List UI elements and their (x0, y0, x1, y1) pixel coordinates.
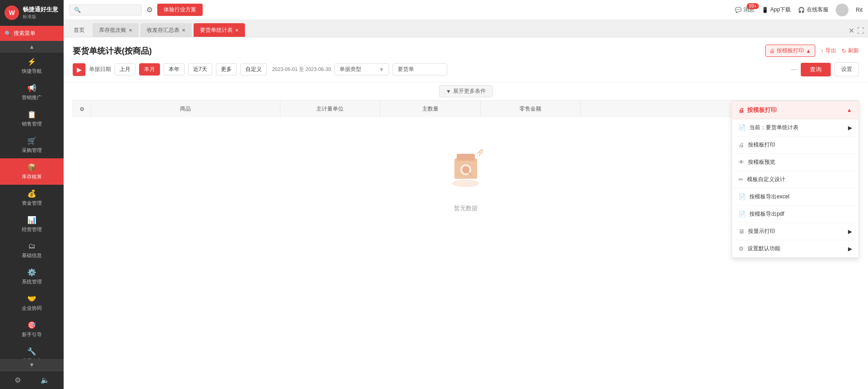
sidebar-item-marketing[interactable]: 📢 营销推广 (0, 79, 64, 106)
tab-close-all-icon[interactable]: ✕ (848, 26, 854, 35)
username: Rit (856, 7, 863, 13)
empty-text: 暂无数据 (454, 204, 478, 212)
purchase-icon: 🛒 (27, 136, 36, 145)
search-icon: 🔍 (74, 7, 81, 13)
expand-more-btn[interactable]: ▼ 展开更多条件 (439, 85, 493, 97)
operation-icon: 📊 (27, 216, 36, 224)
template-print-icon: 🖨 (738, 141, 744, 148)
chevron-down-icon: ▼ (446, 88, 451, 95)
search-icon: 🔍 (5, 30, 11, 37)
dropdown-set-default[interactable]: ⚙ 设置默认功能 ▶ (732, 240, 858, 258)
dropdown-item-template-print[interactable]: 🖨 按模板打印 (732, 136, 858, 154)
topbar-search[interactable]: 🔍 (69, 5, 142, 15)
display-print-icon: 🖥 (738, 228, 744, 235)
print-icon: 🖨 (769, 48, 775, 54)
print-dropdown: 🖨 按模板打印 ▲ 📄 当前：要货单统计表 ▶ 🖨 按模板打印 👁 按模板预览 (732, 101, 859, 258)
online-service-btn[interactable]: 🎧 在线客服 (798, 6, 828, 14)
template-custom-label: 模板自定义设计 (747, 176, 785, 183)
topbar-right: 💬 消息 99+ 📱 App下载 🎧 在线客服 Rit (735, 4, 863, 16)
sidebar-item-sales[interactable]: 📋 销售管理 (0, 106, 64, 132)
messages-btn[interactable]: 💬 消息 99+ (735, 6, 754, 14)
date-btn-this-month[interactable]: 本月 (139, 63, 160, 76)
industry-btn[interactable]: 体验行业方案 (157, 4, 203, 16)
sidebar-item-purchase[interactable]: 🛒 采购管理 (0, 132, 64, 158)
export-btn[interactable]: ↑ 导出 (821, 47, 836, 55)
tab-receipt-summary-label: 收发存汇总表 (147, 26, 180, 34)
th-settings[interactable]: ⚙ (73, 101, 91, 117)
dropdown-header[interactable]: 🖨 按模板打印 ▲ (732, 101, 858, 119)
inventory-icon: 📦 (27, 163, 36, 172)
dropdown-item-export-excel[interactable]: 📄 按模板导出excel (732, 188, 858, 206)
sidebar-item-finance[interactable]: 💰 资金管理 (0, 185, 64, 211)
guide-icon: 🎯 (27, 321, 36, 329)
dropdown-item-export-pdf[interactable]: 📄 按模板导出pdf (732, 206, 858, 223)
set-default-left: ⚙ 设置默认功能 (738, 245, 780, 253)
date-btn-custom[interactable]: 自定义 (240, 63, 267, 76)
date-btn-more[interactable]: 更多 (216, 63, 237, 76)
tab-home[interactable]: 首页 (67, 23, 91, 37)
gear-icon[interactable]: ⚙ (146, 5, 153, 14)
type-label: 单据类型 (339, 66, 361, 73)
more-options-btn[interactable]: ··· (791, 66, 797, 74)
print-template-btn[interactable]: 🖨 按模板打印 ▲ (765, 45, 815, 57)
settings-btn[interactable]: 设置 (834, 62, 859, 76)
goods-filter[interactable]: 要货单 (393, 63, 447, 76)
type-select[interactable]: 单据类型 ▼ (334, 63, 389, 76)
page-header: 要货单统计表(按商品) 🖨 按模板打印 ▲ ↑ 导出 ↻ 刷新 (64, 37, 868, 57)
export-label: 导出 (825, 47, 836, 55)
refresh-icon: ↻ (842, 48, 846, 54)
sidebar-item-quick-nav[interactable]: ⚡ 快捷导航 (0, 53, 64, 79)
sidebar-item-appstore[interactable]: 🔧 应用中心 (0, 343, 64, 359)
template-preview-icon: 👁 (738, 159, 744, 166)
th-product: 商品 (91, 101, 280, 117)
date-btn-last-month[interactable]: 上月 (115, 63, 135, 76)
sidebar-item-collab[interactable]: 🤝 企业协同 (0, 290, 64, 316)
th-amount: 零售金额 (481, 101, 581, 117)
app-download-btn[interactable]: 📱 App下载 (762, 6, 791, 14)
sidebar-search[interactable]: 🔍 搜索菜单 (0, 26, 64, 41)
expand-more-label: 展开更多条件 (453, 87, 486, 95)
tab-order-summary-close[interactable]: ✕ (235, 28, 239, 33)
settings-icon[interactable]: ⚙ (15, 376, 21, 384)
export-excel-icon: 📄 (738, 193, 746, 200)
dropdown-item-template-preview[interactable]: 👁 按模板预览 (732, 154, 858, 171)
date-btn-7days[interactable]: 近7天 (188, 63, 212, 76)
sidebar-logo: W 畅捷通好生意 标准版 (0, 0, 64, 26)
dropdown-item-template-custom[interactable]: ✏ 模板自定义设计 (732, 171, 858, 188)
page-title: 要货单统计表(按商品) (73, 45, 152, 56)
sidebar-item-basic[interactable]: 🗂 基础信息 (0, 237, 64, 263)
set-default-icon: ⚙ (738, 245, 744, 252)
empty-illustration (443, 145, 489, 199)
th-unit: 主计量单位 (280, 101, 380, 117)
dropdown-display-print[interactable]: 🖥 按显示打印 ▶ (732, 223, 858, 240)
tab-inventory-batch-close[interactable]: ✕ (129, 28, 132, 33)
sidebar-item-inventory[interactable]: 📦 库存核算 (0, 158, 64, 185)
appstore-icon: 🔧 (27, 347, 36, 356)
select-arrow-icon: ▼ (379, 66, 384, 73)
date-btn-this-year[interactable]: 本年 (164, 63, 185, 76)
tab-inventory-batch[interactable]: 库存批次账 ✕ (93, 23, 139, 37)
tab-receipt-summary-close[interactable]: ✕ (182, 28, 185, 33)
sidebar-item-guide[interactable]: 🎯 新手引导 (0, 316, 64, 343)
date-label: 单据日期 (89, 66, 111, 73)
tab-expand-icon[interactable]: ⛶ (857, 27, 864, 35)
dropdown-current-item[interactable]: 📄 当前：要货单统计表 ▶ (732, 119, 858, 136)
version-label: 标准版 (23, 14, 58, 20)
sidebar-nav: ⚡ 快捷导航 📢 营销推广 📋 销售管理 🛒 采购管理 📦 库存核算 💰 资金管… (0, 53, 64, 359)
avatar[interactable] (836, 4, 848, 16)
sidebar: W 畅捷通好生意 标准版 🔍 搜索菜单 ▲ ⚡ 快捷导航 📢 营销推广 📋 销售… (0, 0, 64, 389)
sidebar-item-label: 系统管理 (22, 278, 42, 285)
tab-receipt-summary[interactable]: 收发存汇总表 ✕ (140, 23, 192, 37)
sidebar-item-operation[interactable]: 📊 经营管理 (0, 211, 64, 237)
scroll-up-btn[interactable]: ▲ (0, 41, 64, 53)
sidebar-item-system[interactable]: ⚙️ 系统管理 (0, 263, 64, 290)
filter-expand-btn[interactable]: ▶ (73, 63, 85, 76)
template-print-label: 按模板打印 (748, 141, 775, 149)
speaker-icon[interactable]: 🔈 (40, 376, 50, 384)
tab-order-summary[interactable]: 要货单统计表 ✕ (194, 23, 245, 37)
refresh-btn[interactable]: ↻ 刷新 (842, 47, 859, 55)
scroll-down-btn[interactable]: ▼ (0, 359, 64, 371)
dropdown-close-icon[interactable]: ▲ (847, 107, 852, 113)
page-actions: 🖨 按模板打印 ▲ ↑ 导出 ↻ 刷新 (765, 45, 859, 57)
query-btn[interactable]: 查询 (801, 63, 831, 76)
